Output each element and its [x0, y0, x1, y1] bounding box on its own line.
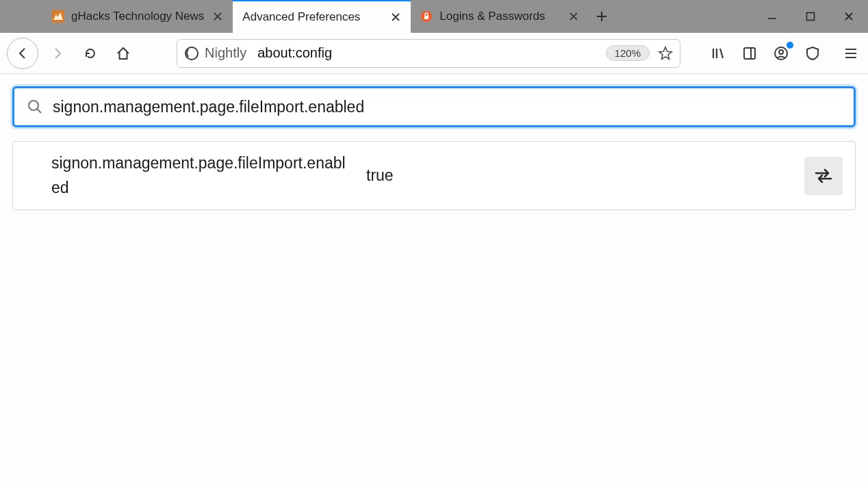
pref-value: true	[353, 166, 804, 185]
svg-rect-2	[424, 16, 429, 19]
toolbar: Nightly about:config 120%	[0, 33, 868, 74]
toggle-arrows-icon	[813, 168, 834, 183]
favicon-logins	[420, 10, 433, 23]
pref-name: signon.management.page.fileImport.enable…	[51, 151, 353, 200]
sidebar-icon[interactable]	[739, 43, 760, 64]
identity-label: Nightly	[205, 45, 246, 61]
window-controls	[753, 0, 868, 33]
search-icon	[27, 99, 43, 115]
content-area: signon.management.page.fileImport.enable…	[0, 74, 868, 222]
menu-icon[interactable]	[841, 43, 861, 64]
identity-box[interactable]: Nightly	[184, 45, 255, 61]
svg-point-7	[779, 50, 783, 54]
library-icon[interactable]	[708, 43, 728, 64]
toggle-button[interactable]	[804, 157, 843, 195]
firefox-icon	[184, 46, 199, 61]
close-icon[interactable]	[387, 9, 404, 25]
back-button[interactable]	[7, 38, 38, 69]
close-icon[interactable]	[565, 8, 582, 25]
bookmark-star-icon[interactable]	[655, 43, 676, 64]
tab-title: gHacks Technology News	[71, 10, 204, 23]
tab-ghacks[interactable]: gHacks Technology News	[42, 0, 233, 33]
pref-search-container	[12, 86, 856, 127]
tab-advanced-preferences[interactable]: Advanced Preferences	[233, 0, 411, 33]
svg-point-8	[29, 101, 38, 110]
home-button[interactable]	[110, 40, 137, 67]
tab-logins-passwords[interactable]: Logins & Passwords	[411, 0, 589, 33]
pref-search-input[interactable]	[53, 98, 841, 116]
zoom-badge[interactable]: 120%	[606, 45, 650, 61]
favicon-ghacks	[52, 10, 64, 23]
titlebar: gHacks Technology News Advanced Preferen…	[0, 0, 868, 33]
url-bar[interactable]: Nightly about:config 120%	[177, 39, 680, 68]
close-button[interactable]	[830, 0, 868, 33]
tab-title: Advanced Preferences	[242, 10, 382, 24]
notification-dot	[787, 42, 793, 49]
close-icon[interactable]	[209, 8, 226, 25]
toolbar-right	[708, 43, 861, 64]
maximize-button[interactable]	[791, 0, 830, 33]
url-text: about:config	[255, 45, 605, 61]
account-icon[interactable]	[771, 43, 791, 64]
reload-button[interactable]	[77, 40, 104, 67]
tab-title: Logins & Passwords	[439, 10, 560, 23]
new-tab-button[interactable]	[589, 0, 615, 33]
pref-row: signon.management.page.fileImport.enable…	[12, 141, 856, 210]
svg-rect-3	[807, 13, 815, 21]
shield-icon[interactable]	[802, 43, 823, 64]
svg-rect-5	[744, 48, 755, 59]
minimize-button[interactable]	[753, 0, 791, 33]
tab-strip: gHacks Technology News Advanced Preferen…	[42, 0, 615, 33]
forward-button[interactable]	[44, 40, 71, 67]
